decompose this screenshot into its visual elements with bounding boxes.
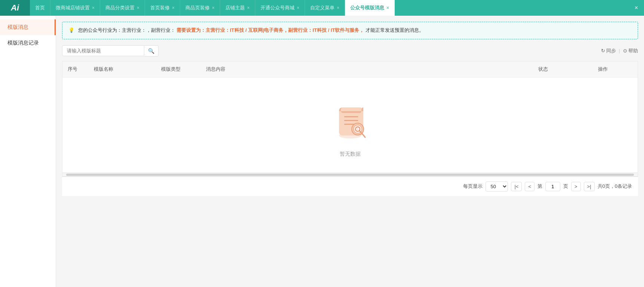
- prev-page-button[interactable]: <: [525, 182, 534, 191]
- search-input[interactable]: [62, 45, 144, 56]
- search-bar: 🔍 ↻ 同步 | ⊙ 帮助: [62, 45, 638, 57]
- page-before-label: 第: [537, 183, 542, 190]
- search-button[interactable]: 🔍: [144, 45, 158, 57]
- empty-state: 暂无数据: [62, 77, 638, 172]
- close-icon[interactable]: ×: [247, 5, 250, 10]
- nav-tab-theme[interactable]: 店铺主题 ×: [220, 0, 255, 16]
- page-size-label: 每页显示: [463, 183, 483, 190]
- table-container: 序号 模版名称 模版类型 消息内容 状态 操作: [62, 61, 638, 177]
- close-icon[interactable]: ×: [172, 5, 175, 10]
- col-header-content: 消息内容: [201, 61, 533, 77]
- sidebar-item-template-msg-record[interactable]: 模版消息记录: [0, 35, 56, 51]
- search-right: ↻ 同步 | ⊙ 帮助: [601, 48, 638, 54]
- nav-tab-home[interactable]: 首页: [30, 0, 50, 16]
- close-icon[interactable]: ×: [386, 5, 389, 10]
- page-size-select[interactable]: 50 20 100: [486, 181, 508, 192]
- col-header-index: 序号: [62, 61, 89, 77]
- logo: Ai: [0, 0, 30, 16]
- content-area: 💡 您的公众号行业为：主营行业：，副营行业： 需要设置为：主营行业：IT科技 /…: [56, 16, 644, 287]
- nav-tab-home-decor[interactable]: 首页装修 ×: [145, 0, 180, 16]
- col-header-status: 状态: [533, 61, 593, 77]
- scrollbar-track[interactable]: [66, 174, 634, 176]
- search-left: 🔍: [62, 45, 158, 57]
- last-page-button[interactable]: >|: [584, 182, 595, 191]
- first-page-button[interactable]: |<: [511, 182, 522, 191]
- table-header: 序号 模版名称 模版类型 消息内容 状态 操作: [62, 61, 638, 77]
- divider: |: [619, 48, 620, 54]
- pagination: 每页显示 50 20 100 |< < 第 页 > >| 共0页，0条记录: [62, 177, 638, 196]
- nav-tab-open-mall[interactable]: 开通公众号商城 ×: [255, 0, 305, 16]
- main-layout: 模版消息 模版消息记录 💡 您的公众号行业为：主营行业：，副营行业： 需要设置为…: [0, 16, 644, 287]
- empty-icon: [328, 100, 373, 145]
- svg-line-6: [362, 133, 365, 137]
- close-all-button[interactable]: ×: [629, 0, 644, 16]
- page-after-label: 页: [563, 183, 568, 190]
- nav-tab-product-decor[interactable]: 商品页装修 ×: [180, 0, 220, 16]
- close-icon[interactable]: ×: [212, 5, 215, 10]
- empty-text: 暂无数据: [340, 151, 361, 158]
- nav-tab-custom-menu[interactable]: 自定义菜单 ×: [305, 0, 345, 16]
- page-number-input[interactable]: [545, 182, 560, 191]
- sync-icon: ↻: [601, 48, 605, 54]
- col-header-name: 模版名称: [89, 61, 156, 77]
- sync-button[interactable]: ↻ 同步: [601, 48, 616, 54]
- total-label: 共0页，0条记录: [598, 183, 632, 190]
- help-button[interactable]: ⊙ 帮助: [623, 48, 638, 54]
- sidebar: 模版消息 模版消息记录: [0, 16, 56, 287]
- notice-box: 💡 您的公众号行业为：主营行业：，副营行业： 需要设置为：主营行业：IT科技 /…: [62, 22, 638, 39]
- nav-tab-template-msg[interactable]: 公众号模版消息 ×: [345, 0, 395, 16]
- sidebar-item-template-msg[interactable]: 模版消息: [0, 19, 56, 35]
- close-icon[interactable]: ×: [137, 5, 139, 10]
- nav-tab-category[interactable]: 商品分类设置 ×: [100, 0, 145, 16]
- scrollbar-area[interactable]: [62, 172, 638, 176]
- close-icon[interactable]: ×: [92, 5, 95, 10]
- col-header-type: 模版类型: [156, 61, 201, 77]
- search-icon: 🔍: [148, 48, 154, 54]
- close-icon[interactable]: ×: [297, 5, 299, 10]
- bulb-icon: 💡: [68, 27, 74, 33]
- top-nav: Ai 首页 微商城店铺设置 × 商品分类设置 × 首页装修 × 商品页装修 × …: [0, 0, 644, 16]
- nav-tab-store-setting[interactable]: 微商城店铺设置 ×: [50, 0, 100, 16]
- help-icon: ⊙: [623, 48, 627, 54]
- close-icon[interactable]: ×: [337, 5, 339, 10]
- col-header-action: 操作: [593, 61, 638, 77]
- next-page-button[interactable]: >: [571, 182, 581, 191]
